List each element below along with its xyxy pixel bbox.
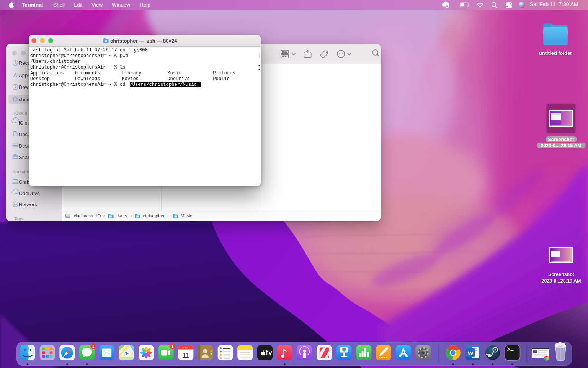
svg-text:1: 1 bbox=[92, 344, 95, 348]
svg-text:1: 1 bbox=[171, 344, 173, 348]
svg-text:11: 11 bbox=[182, 352, 189, 359]
svg-text:W: W bbox=[468, 350, 474, 356]
svg-text:FEB: FEB bbox=[183, 347, 188, 349]
